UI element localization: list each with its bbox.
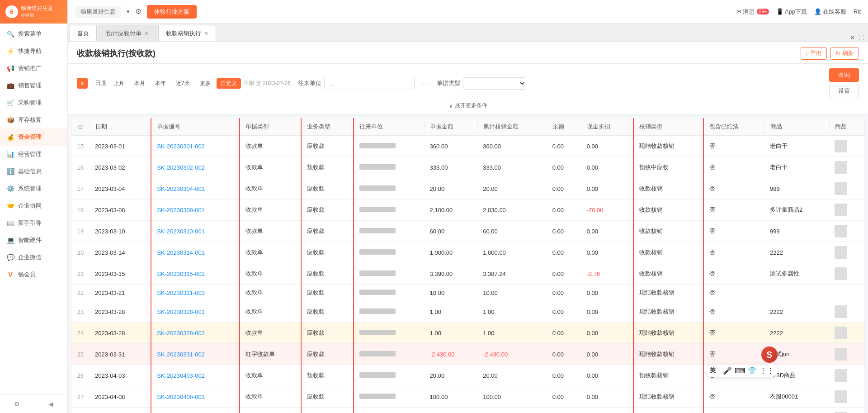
cell-partner — [354, 386, 424, 408]
message-btn[interactable]: ✉ 消息 99+ — [736, 8, 769, 16]
breadcrumb: 畅康道好生意 — [75, 6, 121, 18]
app-download-btn[interactable]: 📱 App下载 — [776, 8, 807, 16]
cell-written-off: 333.00 — [477, 157, 547, 178]
voucher-no-link[interactable]: SK-20230328-002 — [157, 330, 205, 337]
topbar-gear-icon[interactable]: ⚙ — [135, 7, 142, 16]
tab-receivable[interactable]: 预计应收付单 ✕ — [99, 25, 156, 41]
voucher-no-link[interactable]: SK-20230408-001 — [157, 394, 205, 400]
cell-date: 2023-03-21 — [90, 285, 151, 301]
cell-write-off-type: 现结收款核销 — [633, 136, 703, 157]
voucher-no-link[interactable]: SK-20230328-001 — [157, 309, 205, 315]
refresh-btn[interactable]: ↻ 刷新 — [830, 47, 859, 60]
cell-partner — [354, 365, 424, 386]
cell-biz-type: 应收款 — [301, 323, 354, 344]
filter-date-custom[interactable]: 自定义 — [217, 78, 241, 89]
filter-date-7days[interactable]: 近7天 — [172, 78, 194, 89]
sidebar-item-quicknav[interactable]: ⚡ 快捷导航 — [0, 43, 67, 60]
voucher-no-link[interactable]: SK-20230331-002 — [157, 351, 205, 358]
tab-write-off[interactable]: 收款核销执行 ✕ — [158, 25, 216, 41]
breadcrumb-dropdown-icon[interactable]: ▾ — [127, 8, 130, 15]
sidebar-item-inventory[interactable]: 📦 库存核算 — [0, 111, 67, 128]
marketing-icon: 📢 — [6, 65, 14, 72]
voucher-no-link[interactable]: SK-20230314-001 — [157, 249, 205, 256]
voucher-no-link[interactable]: SK-20230315-002 — [157, 271, 205, 277]
cell-cash-discount: 0.00 — [581, 157, 633, 178]
sidebar-item-wechat[interactable]: 💬 企业微信 — [0, 249, 67, 266]
cell-voucher-type: 收款单 — [240, 365, 301, 386]
filter-settings-btn[interactable]: 设置 — [829, 84, 859, 98]
cell-written-off: 20.00 — [477, 365, 547, 386]
sidebar-item-collab[interactable]: 🤝 企业协同 — [0, 197, 67, 214]
watermark-grid-icon[interactable]: ⋮⋮ — [760, 366, 774, 375]
sidebar-item-hardware[interactable]: 💻 智能硬件 — [0, 232, 67, 249]
filter-date-last-month[interactable]: 上月 — [109, 78, 128, 89]
online-service-btn[interactable]: 👤 在线客服 — [814, 8, 846, 16]
sidebar-item-marketing[interactable]: 📢 营销推广 — [0, 60, 67, 77]
sidebar-item-member[interactable]: V 畅会员 — [0, 266, 67, 283]
cell-write-off-type: 收款核销 — [633, 178, 703, 199]
cell-included: 否 — [703, 136, 764, 157]
sidebar-item-operations[interactable]: 📊 经营管理 — [0, 146, 67, 163]
filter-toggle-btn[interactable]: » — [77, 78, 88, 89]
filter-voucher-type-select[interactable] — [463, 77, 526, 90]
sidebar-item-finance[interactable]: 💰 资金管理 — [0, 128, 67, 146]
column-settings-icon[interactable]: ⊙ — [78, 123, 83, 130]
watermark-en-icon[interactable]: 英 — [710, 366, 716, 375]
filter-voucher-type-label: 单据类型 — [437, 79, 460, 87]
th-date: 日期 — [90, 118, 151, 136]
voucher-no-link[interactable]: SK-20230301-002 — [157, 143, 205, 150]
filter-query-btn[interactable]: 查询 — [829, 68, 859, 82]
voucher-no-link[interactable]: SK-20230302-002 — [157, 164, 205, 171]
voucher-no-link[interactable]: SK-20230308-001 — [157, 207, 205, 214]
cell-write-off-type: 现结收款核销 — [633, 285, 703, 301]
cell-voucher-no: SK-20230301-002 — [151, 136, 240, 157]
filter-date-this-month[interactable]: 本月 — [130, 78, 149, 89]
cell-included: 否 — [703, 178, 764, 199]
cell-product1: 999 — [764, 221, 829, 242]
filter-expand-btn[interactable]: ∨ 展开更多条件 — [449, 102, 487, 109]
cell-voucher-type: 收款单 — [240, 408, 301, 413]
sidebar-collapse-btn[interactable]: ◀ — [45, 399, 57, 409]
sidebar-item-purchase[interactable]: 🛒 采购管理 — [0, 94, 67, 111]
voucher-no-link[interactable]: SK-20230310-001 — [157, 228, 205, 235]
filter-partner-input[interactable] — [324, 78, 415, 89]
watermark-keyboard-icon[interactable]: ⌨ — [735, 366, 745, 375]
sidebar-item-search[interactable]: 🔍 搜索菜单 — [0, 25, 67, 43]
sidebar-item-guide[interactable]: 📖 新手引导 — [0, 214, 67, 232]
industry-solution-btn[interactable]: 体验行业方案 — [147, 5, 197, 19]
voucher-no-link[interactable]: SK-20230304-001 — [157, 185, 205, 192]
cell-write-off-type: 现结收款核销 — [633, 344, 703, 365]
filter-date-range: 不限 至 2023-07-26 — [244, 80, 291, 87]
tab-write-off-close[interactable]: ✕ — [204, 31, 208, 36]
tab-fullscreen-icon[interactable]: ⛶ — [859, 34, 864, 41]
cell-write-off-type: 现结收款核销 — [633, 386, 703, 408]
sidebar-item-system[interactable]: ⚙️ 系统管理 — [0, 180, 67, 197]
voucher-no-link[interactable]: SK-20230321-003 — [157, 290, 205, 296]
filter-date-this-year[interactable]: 本年 — [151, 78, 170, 89]
cell-partner — [354, 221, 424, 242]
sidebar-item-basics[interactable]: ℹ️ 基础信息 — [0, 163, 67, 180]
watermark-mic-icon[interactable]: 🎤 — [723, 366, 732, 375]
table-row: 17 2023-03-04 SK-20230304-001 收款单 应收款 20… — [71, 178, 864, 199]
cell-num: 26 — [71, 365, 90, 386]
sidebar: 6 畅康道好生意 标推版 🔍 搜索菜单 ⚡ 快捷导航 📢 营销推广 💼 销售管理… — [0, 0, 68, 413]
cell-voucher-no: SK-20230321-003 — [151, 285, 240, 301]
tab-close-icon[interactable]: ✕ — [850, 34, 855, 41]
tab-receivable-close[interactable]: ✕ — [144, 31, 149, 36]
tab-home[interactable]: 首页 — [70, 25, 97, 41]
cell-cash-discount: 0.00 — [581, 242, 633, 263]
cell-balance: 0.00 — [547, 301, 581, 323]
cell-product1: 2222 — [764, 408, 829, 413]
watermark-shirt-icon[interactable]: 👕 — [748, 366, 757, 375]
th-product2: 商品 — [829, 118, 864, 136]
sidebar-settings-btn[interactable]: ⚙ — [10, 399, 24, 409]
cell-product1: 2222 — [764, 242, 829, 263]
watermark-icon-bar: 英 · 🎤 ⌨ 👕 ⋮⋮ — [706, 365, 778, 377]
sidebar-item-sales[interactable]: 💼 销售管理 — [0, 77, 67, 94]
voucher-no-link[interactable]: SK-20230403-002 — [157, 372, 205, 379]
th-write-off-type: 核销类型 — [633, 118, 703, 136]
user-name-btn[interactable]: Rit — [854, 8, 861, 15]
export-btn[interactable]: ↑ 导出 — [801, 47, 827, 60]
filter-date-more[interactable]: 更多 — [196, 78, 215, 89]
th-settings[interactable]: ⊙ — [71, 118, 90, 136]
